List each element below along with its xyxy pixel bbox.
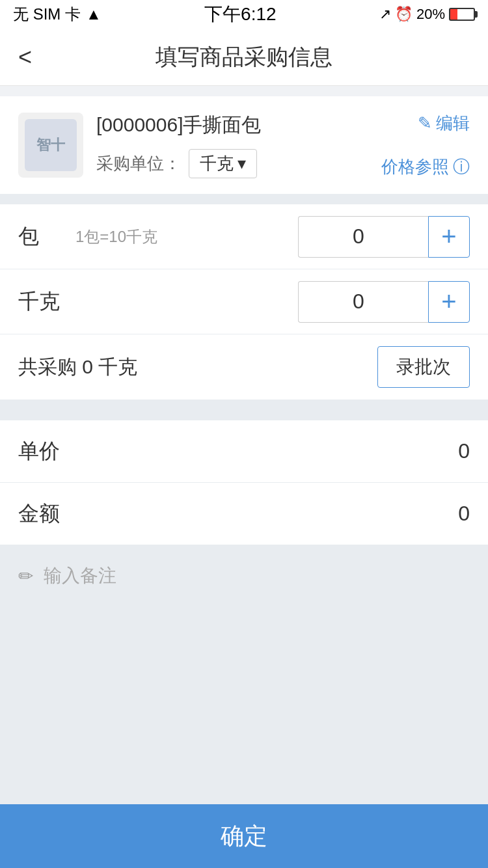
- bag-input-row: 包 1包=10千克 +: [0, 204, 488, 269]
- bag-input-control: +: [298, 216, 470, 258]
- status-right: ↗ ⏰ 20%: [379, 6, 475, 23]
- battery-percent: 20%: [416, 6, 445, 23]
- product-name: [0000006]手撕面包: [96, 112, 470, 139]
- total-label: 共采购 0 千克: [18, 354, 137, 381]
- batch-button[interactable]: 录批次: [377, 346, 470, 388]
- bag-sublabel: 1包=10千克: [75, 226, 298, 247]
- price-section: 单价 0 金额 0: [0, 420, 488, 545]
- product-img-label: 智十: [25, 119, 77, 171]
- kg-quantity-input[interactable]: [298, 281, 428, 323]
- confirm-button[interactable]: 确定: [0, 804, 488, 868]
- wifi-icon: ▲: [86, 5, 102, 23]
- no-sim-label: 无 SIM 卡: [13, 4, 81, 25]
- amount-value: 0: [458, 502, 470, 526]
- bag-quantity-input[interactable]: [298, 216, 428, 258]
- status-time: 下午6:12: [204, 2, 277, 27]
- status-bar: 无 SIM 卡 ▲ 下午6:12 ↗ ⏰ 20%: [0, 0, 488, 29]
- location-icon: ↗: [379, 6, 391, 23]
- status-left: 无 SIM 卡 ▲: [13, 4, 102, 25]
- price-ref-button[interactable]: 价格参照 ⓘ: [381, 156, 470, 178]
- amount-row: 金额 0: [0, 483, 488, 545]
- edit-icon: ✎: [418, 113, 432, 133]
- remark-icon: ✏: [18, 565, 33, 587]
- remark-section[interactable]: ✏ 输入备注: [0, 545, 488, 606]
- back-button[interactable]: <: [18, 44, 32, 71]
- unit-select[interactable]: 千克 ▾: [189, 149, 257, 178]
- dropdown-icon: ▾: [237, 154, 246, 174]
- product-image: 智十: [18, 113, 83, 178]
- unit-price-value: 0: [458, 439, 470, 463]
- info-icon: ⓘ: [453, 156, 470, 178]
- product-card: 智十 [0000006]手撕面包 采购单位： 千克 ▾ ✎ 编辑 价格参照 ⓘ: [0, 96, 488, 194]
- page-title: 填写商品采购信息: [156, 42, 332, 72]
- alarm-icon: ⏰: [395, 6, 413, 23]
- unit-price-row: 单价 0: [0, 420, 488, 483]
- kg-label: 千克: [18, 288, 70, 316]
- unit-label: 采购单位：: [96, 152, 181, 175]
- input-section: 包 1包=10千克 + 千克 +: [0, 204, 488, 334]
- kg-plus-button[interactable]: +: [428, 281, 470, 323]
- amount-label: 金额: [18, 500, 60, 528]
- unit-price-label: 单价: [18, 437, 60, 466]
- bag-label: 包: [18, 223, 70, 251]
- kg-input-control: +: [298, 281, 470, 323]
- divider-1: [0, 194, 488, 204]
- remark-placeholder: 输入备注: [44, 563, 116, 588]
- divider-2: [0, 400, 488, 410]
- kg-input-row: 千克 +: [0, 269, 488, 334]
- empty-space: [0, 606, 488, 834]
- nav-bar: < 填写商品采购信息: [0, 29, 488, 86]
- battery-icon: [449, 8, 475, 21]
- edit-button[interactable]: ✎ 编辑: [418, 112, 470, 135]
- total-row: 共采购 0 千克 录批次: [0, 334, 488, 400]
- bag-plus-button[interactable]: +: [428, 216, 470, 258]
